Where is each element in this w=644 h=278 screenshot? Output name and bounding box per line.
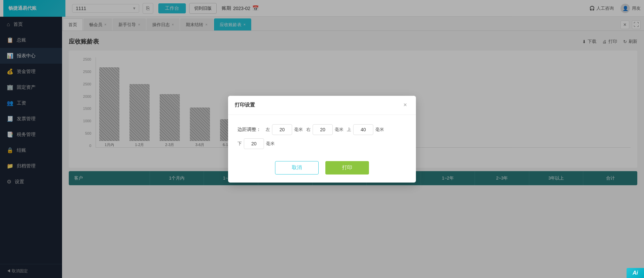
right-unit: 毫米 xyxy=(335,127,343,133)
dialog-title: 打印设置 xyxy=(235,102,255,108)
margin-left-input[interactable] xyxy=(272,124,292,135)
cancel-button[interactable]: 取消 xyxy=(275,161,319,175)
left-label: 左 xyxy=(266,127,270,133)
left-unit: 毫米 xyxy=(294,127,303,133)
margin-row: 边距调整： 左 毫米 右 毫米 上 毫米 下 xyxy=(237,124,407,149)
print-settings-dialog: 打印设置 × 边距调整： 左 毫米 右 毫米 上 毫米 xyxy=(228,96,416,183)
dialog-close-button[interactable]: × xyxy=(401,101,409,109)
print-confirm-button[interactable]: 打印 xyxy=(325,161,369,175)
top-unit: 毫米 xyxy=(375,127,384,133)
dialog-header: 打印设置 × xyxy=(228,96,416,115)
dialog-body: 边距调整： 左 毫米 右 毫米 上 毫米 下 xyxy=(228,115,416,156)
top-label: 上 xyxy=(347,127,351,133)
margin-top-group: 上 毫米 xyxy=(347,124,384,135)
bottom-unit: 毫米 xyxy=(266,141,275,147)
ai-badge[interactable]: Ai xyxy=(627,268,644,278)
margin-bottom-group: 下 毫米 xyxy=(237,138,275,149)
margin-bottom-input[interactable] xyxy=(244,138,264,149)
margin-left-group: 左 毫米 xyxy=(266,124,303,135)
bottom-label: 下 xyxy=(237,141,242,147)
margin-label: 边距调整： xyxy=(237,127,261,133)
dialog-footer: 取消 打印 xyxy=(228,156,416,183)
margin-right-group: 右 毫米 xyxy=(306,124,343,135)
margin-right-input[interactable] xyxy=(313,124,333,135)
modal-overlay: 打印设置 × 边距调整： 左 毫米 右 毫米 上 毫米 xyxy=(0,0,644,278)
margin-top-input[interactable] xyxy=(353,124,373,135)
right-label: 右 xyxy=(306,127,311,133)
